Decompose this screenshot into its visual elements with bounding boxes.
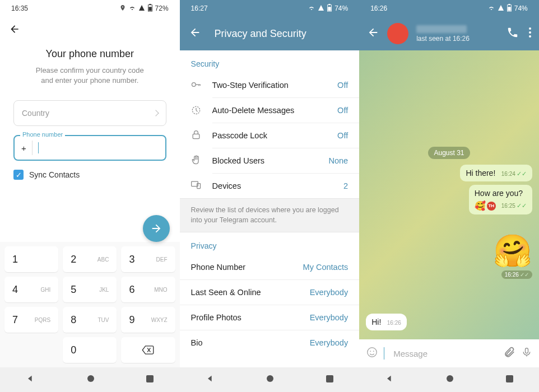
svg-point-20	[529, 35, 531, 38]
nav-recent[interactable]	[326, 375, 333, 385]
chat-screen: 16:26 74% last seen at 16:26 August 31 H…	[359, 0, 539, 392]
svg-rect-14	[326, 375, 333, 382]
message-input[interactable]: Message	[393, 349, 498, 358]
emoji-button[interactable]	[366, 346, 378, 361]
chevron-right-icon	[152, 110, 159, 116]
phone-label: Phone number	[20, 131, 65, 138]
lock-icon	[190, 129, 202, 143]
key-1[interactable]: 1	[4, 246, 58, 272]
sync-checkbox[interactable]: ✓	[13, 170, 24, 180]
svg-rect-1	[149, 4, 151, 5]
nav-back[interactable]	[26, 374, 35, 385]
key-icon	[190, 79, 202, 92]
svg-rect-17	[508, 7, 510, 11]
more-button[interactable]	[529, 27, 531, 40]
setting-two-step[interactable]: Two-Step VerificationOff	[180, 73, 360, 98]
key-9[interactable]: 9WXYZ	[121, 307, 175, 333]
chat-body[interactable]: August 31 Hi there! 16:24 ✓✓ How are you…	[359, 50, 539, 339]
key-3[interactable]: 3DEF	[121, 246, 175, 272]
status-bar: 16:27 74%	[180, 0, 360, 17]
read-checks-icon: ✓✓	[517, 202, 527, 209]
phone-input[interactable]: Phone number +	[13, 135, 166, 161]
nav-recent[interactable]	[146, 375, 154, 385]
status-time: 16:27	[191, 4, 208, 12]
text-cursor	[38, 142, 39, 153]
key-0[interactable]: 0	[63, 337, 117, 363]
sticker-time: 16:26 ✓✓	[501, 270, 532, 279]
message-out[interactable]: Hi there! 16:24 ✓✓	[460, 165, 532, 181]
country-field[interactable]: Country	[13, 100, 166, 126]
contact-name-blurred	[416, 25, 467, 33]
svg-point-19	[529, 31, 531, 34]
hand-icon	[190, 155, 202, 168]
privacy-lastseen[interactable]: Last Seen & OnlineEverybody	[180, 280, 360, 305]
back-button[interactable]	[367, 26, 379, 41]
svg-rect-26	[506, 375, 513, 382]
privacy-photos[interactable]: Profile PhotosEverybody	[180, 305, 360, 330]
key-6[interactable]: 6MNO	[121, 277, 175, 302]
wifi-icon	[487, 4, 495, 13]
setting-devices[interactable]: Devices2	[180, 174, 360, 198]
message-out[interactable]: How are you? 🥰 TH 16:25 ✓✓	[469, 185, 532, 214]
key-8[interactable]: 8TUV	[63, 307, 117, 333]
nav-home[interactable]	[446, 375, 454, 385]
nav-recent[interactable]	[506, 375, 513, 385]
key-backspace[interactable]	[121, 337, 175, 363]
battery-icon	[507, 4, 512, 13]
svg-rect-24	[525, 348, 528, 353]
call-button[interactable]	[507, 26, 519, 41]
nav-bar	[0, 367, 180, 392]
setting-auto-delete[interactable]: Auto-Delete MessagesOff	[180, 98, 360, 123]
attach-button[interactable]	[503, 346, 515, 361]
mic-button[interactable]	[521, 346, 532, 361]
avatar[interactable]	[387, 23, 408, 44]
timer-icon	[190, 104, 202, 118]
nav-home[interactable]	[87, 375, 95, 385]
back-button[interactable]	[0, 17, 180, 44]
status-time: 16:26	[370, 4, 387, 12]
battery-icon	[327, 4, 332, 13]
date-separator: August 31	[428, 147, 470, 159]
wifi-icon	[128, 4, 136, 13]
key-5[interactable]: 5JKL	[63, 277, 117, 302]
sticker-message[interactable]: 🤗	[493, 232, 532, 269]
svg-point-13	[267, 375, 273, 382]
nav-back[interactable]	[385, 374, 394, 385]
message-input-bar: Message	[359, 339, 539, 367]
svg-point-25	[447, 375, 453, 382]
privacy-phone[interactable]: Phone NumberMy Contacts	[180, 255, 360, 280]
svg-rect-16	[508, 4, 510, 5]
keypad: 1 2ABC 3DEF 4GHI 5JKL 6MNO 7PQRS 8TUV 9W…	[0, 242, 180, 367]
next-fab[interactable]	[143, 215, 170, 242]
privacy-bio[interactable]: BioEverybody	[180, 330, 360, 355]
chat-header: last seen at 16:26	[359, 17, 539, 50]
setting-blocked[interactable]: Blocked UsersNone	[180, 148, 360, 174]
battery-percent: 72%	[155, 4, 169, 12]
nav-back[interactable]	[206, 374, 215, 385]
signal-icon	[498, 4, 504, 13]
contact-info[interactable]: last seen at 16:26	[416, 25, 499, 43]
location-icon	[119, 4, 126, 13]
svg-point-18	[529, 27, 531, 30]
key-4[interactable]: 4GHI	[4, 277, 58, 302]
nav-bar	[359, 367, 539, 392]
back-button[interactable]	[189, 26, 201, 41]
page-title: Your phone number	[13, 48, 166, 60]
privacy-security-screen: 16:27 74% Privacy and Security Security …	[180, 0, 360, 392]
setting-passcode[interactable]: Passcode LockOff	[180, 123, 360, 148]
nav-home[interactable]	[266, 375, 274, 385]
svg-rect-10	[193, 134, 199, 138]
status-right: 72%	[119, 4, 169, 13]
reaction-badge: TH	[487, 202, 496, 211]
text-cursor	[384, 347, 384, 360]
sync-contacts-row[interactable]: ✓ Sync Contacts	[13, 170, 166, 180]
header-title: Privacy and Security	[215, 28, 306, 40]
reaction-emoji[interactable]: 🥰	[475, 200, 486, 211]
message-in[interactable]: Hi! 16:26	[366, 314, 407, 330]
status-bar: 16:35 72%	[0, 0, 180, 17]
section-security: Security	[180, 50, 360, 73]
signal-icon	[318, 4, 324, 13]
signal-icon	[138, 4, 145, 13]
key-7[interactable]: 7PQRS	[4, 307, 58, 333]
key-2[interactable]: 2ABC	[63, 246, 117, 272]
